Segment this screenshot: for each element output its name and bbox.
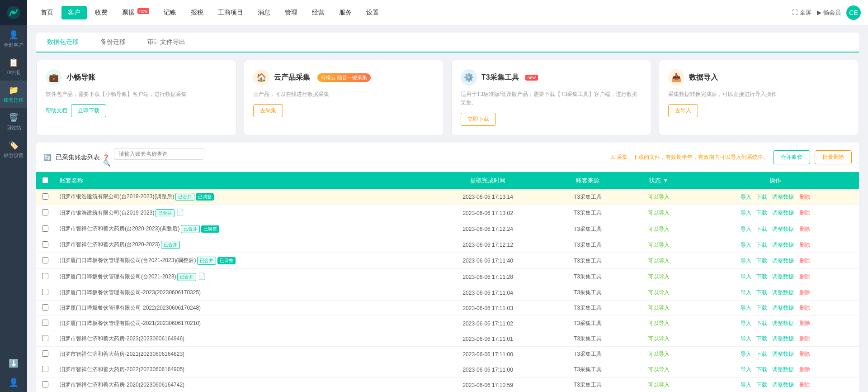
th-status[interactable]: 状态 ▼: [627, 172, 692, 189]
row-checkbox[interactable]: [42, 257, 48, 263]
row-checkbox[interactable]: [42, 273, 48, 279]
adjust-action-btn[interactable]: 调整数据: [772, 382, 794, 388]
adjust-action-btn[interactable]: 调整数据: [772, 258, 794, 264]
nav-business[interactable]: 工商项目: [212, 6, 250, 19]
adjust-action-btn[interactable]: 调整数据: [772, 273, 794, 280]
delete-action-btn[interactable]: 删除: [799, 226, 810, 232]
nav-settings[interactable]: 设置: [360, 6, 385, 19]
row-checkbox[interactable]: [42, 241, 48, 248]
file-icon[interactable]: 📄: [176, 209, 184, 216]
delete-action-btn[interactable]: 删除: [799, 242, 810, 248]
import-action-btn[interactable]: 导入: [741, 320, 751, 326]
nav-tax[interactable]: 报税: [184, 6, 210, 19]
sidebar-item-label-settings[interactable]: 🏷️ 标签设置: [0, 136, 27, 163]
refresh-icon[interactable]: 🔄: [43, 154, 51, 161]
delete-action-btn[interactable]: 删除: [799, 305, 810, 311]
row-checkbox[interactable]: [42, 381, 48, 387]
import-action-btn[interactable]: 导入: [741, 382, 751, 388]
adjust-action-btn[interactable]: 调整数据: [772, 226, 794, 232]
delete-action-btn[interactable]: 删除: [799, 366, 810, 373]
adjust-action-btn[interactable]: 调整数据: [772, 305, 794, 311]
row-checkbox[interactable]: [42, 350, 48, 357]
download-action-btn[interactable]: 下载: [756, 320, 767, 326]
delete-action-btn[interactable]: 删除: [799, 210, 810, 216]
adjust-action-btn[interactable]: 调整数据: [772, 210, 794, 216]
nav-client[interactable]: 客户: [61, 6, 87, 19]
download-action-btn[interactable]: 下载: [756, 366, 767, 373]
row-checkbox[interactable]: [42, 209, 48, 215]
nav-invoice[interactable]: 票据 new: [116, 6, 156, 19]
import-action-btn[interactable]: 导入: [741, 273, 751, 280]
tab-audit-export[interactable]: 审计文件导出: [137, 33, 196, 53]
batch-delete-btn[interactable]: 批量删除: [815, 150, 852, 164]
download-btn-t3[interactable]: 立即下载: [461, 113, 496, 126]
download-action-btn[interactable]: 下载: [756, 258, 767, 264]
download-action-btn[interactable]: 下载: [756, 226, 767, 232]
download-action-btn[interactable]: 下载: [756, 351, 767, 357]
tab-data-migrate[interactable]: 数据包迁移: [36, 33, 90, 53]
merge-btn[interactable]: 合并账套: [773, 150, 810, 164]
row-checkbox[interactable]: [42, 320, 48, 326]
nav-operation[interactable]: 经营: [306, 6, 331, 19]
row-checkbox[interactable]: [42, 289, 48, 295]
delete-action-btn[interactable]: 删除: [799, 351, 810, 357]
import-action-btn[interactable]: 导入: [741, 289, 751, 296]
sidebar-item-download[interactable]: ⬇️: [0, 354, 27, 373]
import-action-btn[interactable]: 导入: [741, 226, 751, 232]
sidebar-item-zero-report[interactable]: 📋 0申报: [0, 53, 27, 81]
delete-action-btn[interactable]: 删除: [799, 258, 810, 264]
row-checkbox[interactable]: [42, 193, 48, 200]
import-action-btn[interactable]: 导入: [741, 351, 751, 357]
row-checkbox[interactable]: [42, 304, 48, 311]
search-input[interactable]: [114, 148, 204, 160]
help-doc-link[interactable]: 帮助文档: [46, 107, 67, 115]
adjust-action-btn[interactable]: 调整数据: [772, 366, 794, 373]
search-button[interactable]: 🔍: [103, 160, 111, 167]
delete-action-btn[interactable]: 删除: [799, 289, 810, 296]
nav-bookkeeping[interactable]: 记账: [157, 6, 183, 19]
delete-action-btn[interactable]: 删除: [799, 320, 810, 326]
row-checkbox[interactable]: [42, 366, 48, 372]
download-action-btn[interactable]: 下载: [756, 289, 767, 296]
tab-backup-migrate[interactable]: 备份迁移: [90, 33, 137, 53]
adjust-action-btn[interactable]: 调整数据: [772, 351, 794, 357]
nav-message[interactable]: 消息: [251, 6, 277, 19]
collect-btn[interactable]: 去采集: [253, 104, 283, 117]
delete-action-btn[interactable]: 删除: [799, 194, 810, 200]
adjust-action-btn[interactable]: 调整数据: [772, 289, 794, 296]
import-btn[interactable]: 去导入: [668, 104, 698, 117]
sidebar-item-account-migrate[interactable]: 📁 账套迁移: [0, 81, 27, 108]
file-icon[interactable]: 📄: [198, 272, 206, 280]
download-action-btn[interactable]: 下载: [756, 194, 767, 200]
member-btn[interactable]: ▶ 畅会员: [817, 9, 841, 17]
download-btn-xiaochang[interactable]: 立即下载: [71, 104, 106, 117]
logo[interactable]: [0, 0, 27, 25]
avatar[interactable]: CE: [846, 5, 861, 20]
import-action-btn[interactable]: 导入: [741, 242, 751, 248]
row-checkbox[interactable]: [42, 225, 48, 232]
import-action-btn[interactable]: 导入: [741, 210, 751, 216]
import-action-btn[interactable]: 导入: [741, 366, 751, 373]
import-action-btn[interactable]: 导入: [741, 194, 751, 200]
delete-action-btn[interactable]: 删除: [799, 382, 810, 388]
download-action-btn[interactable]: 下载: [756, 210, 767, 216]
nav-management[interactable]: 管理: [278, 6, 304, 19]
fullscreen-btn[interactable]: ⛶ 全屏: [792, 9, 811, 17]
sidebar-item-all-clients[interactable]: 👤 全部客户: [0, 25, 27, 53]
nav-charge[interactable]: 收费: [89, 6, 114, 19]
download-action-btn[interactable]: 下载: [756, 273, 767, 280]
row-checkbox[interactable]: [42, 335, 48, 341]
sidebar-item-recycle[interactable]: 🗑️ 回收站: [0, 108, 27, 136]
download-action-btn[interactable]: 下载: [756, 382, 767, 388]
sidebar-item-user[interactable]: 👤: [0, 373, 27, 392]
download-action-btn[interactable]: 下载: [756, 305, 767, 311]
nav-service[interactable]: 服务: [333, 6, 358, 19]
adjust-action-btn[interactable]: 调整数据: [772, 194, 794, 200]
delete-action-btn[interactable]: 删除: [799, 273, 810, 280]
select-all-checkbox[interactable]: [42, 177, 48, 183]
download-action-btn[interactable]: 下载: [756, 335, 767, 342]
adjust-action-btn[interactable]: 调整数据: [772, 242, 794, 248]
adjust-action-btn[interactable]: 调整数据: [772, 335, 794, 342]
import-action-btn[interactable]: 导入: [741, 335, 751, 342]
delete-action-btn[interactable]: 删除: [799, 335, 810, 342]
